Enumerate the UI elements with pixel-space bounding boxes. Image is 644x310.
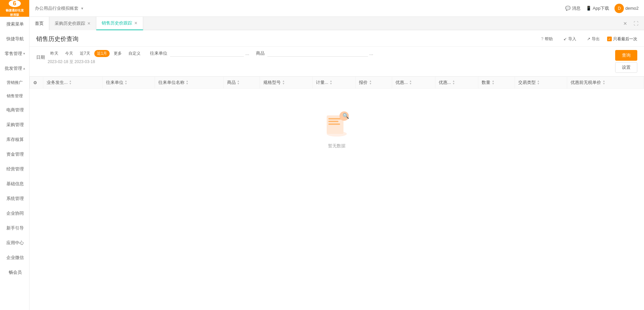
goods-input-wrapper: ... <box>267 50 373 57</box>
sidebar-item-new-guide[interactable]: 新手引导 <box>0 221 29 236</box>
tab-home[interactable]: 首页 <box>30 17 49 30</box>
table-column-spec[interactable]: 规格型号 ▲▼ <box>260 77 313 89</box>
sidebar-item-quick-nav[interactable]: 快捷导航 <box>0 32 29 46</box>
sidebar-sub-item-sales-mgmt[interactable]: 销售管理 <box>0 89 29 103</box>
sort-arrows: ▲▼ <box>237 80 240 85</box>
table-column-goods[interactable]: 商品 ▲▼ <box>223 77 260 89</box>
main-content: 办公用品行业模拟账套 ▾ 💬 消息 📱 App下载 D demo2 首页 <box>30 0 644 310</box>
topbar-dropdown-icon[interactable]: ▾ <box>81 6 83 11</box>
sidebar-item-search-menu[interactable]: 搜索菜单 <box>0 17 29 32</box>
svg-text:🔍: 🔍 <box>342 113 349 119</box>
date-option-more[interactable]: 更多 <box>111 50 124 57</box>
message-label: 消息 <box>572 5 581 11</box>
tab-purchase-history[interactable]: 采购历史价跟踪 ✕ <box>49 17 96 30</box>
tab-sales-history[interactable]: 销售历史价跟踪 ✕ <box>96 17 143 30</box>
sidebar-item-label: 电商管理 <box>6 107 24 113</box>
date-option-yesterday[interactable]: 昨天 <box>48 50 61 57</box>
table-header: ⚙ 业务发生... ▲▼ 往来单位 ▲▼ <box>30 77 644 89</box>
sidebar-item-label: 资金管理 <box>6 151 24 157</box>
sidebar-item-label: 采购管理 <box>6 122 24 128</box>
sidebar-item-label: 应用中心 <box>6 240 24 246</box>
sidebar-item-purchase-mgmt[interactable]: 采购管理 <box>0 117 29 132</box>
close-all-button[interactable]: ✕ <box>621 19 629 28</box>
sidebar-item-ecommerce-mgmt[interactable]: 电商管理 <box>0 103 29 117</box>
tabbar-actions: ✕ ⛶ <box>621 19 644 28</box>
sidebar-item-label: 经营管理 <box>6 166 24 172</box>
date-option-last1month[interactable]: 近1月 <box>94 50 110 57</box>
partner-dots-button[interactable]: ... <box>245 51 249 56</box>
logo-sub: 标准版 <box>10 13 19 17</box>
checkbox-checked-icon: ✓ <box>607 37 612 41</box>
table-header-row: ⚙ 业务发生... ▲▼ 往来单位 ▲▼ <box>30 77 644 89</box>
table-column-business-date[interactable]: 业务发生... ▲▼ <box>43 77 103 89</box>
topbar-right: 💬 消息 📱 App下载 D demo2 <box>565 4 639 13</box>
sidebar-item-membership[interactable]: 畅会员 <box>0 265 29 280</box>
sidebar-item-system-mgmt[interactable]: 系统管理 <box>0 191 29 206</box>
user-name: demo2 <box>625 6 639 11</box>
message-icon: 💬 <box>565 6 571 11</box>
goods-input[interactable] <box>267 50 368 57</box>
sidebar-item-ops-mgmt[interactable]: 经营管理 <box>0 162 29 176</box>
tabbar: 首页 采购历史价跟踪 ✕ 销售历史价跟踪 ✕ ✕ ⛶ <box>30 17 644 30</box>
sidebar-sub-item-marketing[interactable]: 营销推广 <box>0 76 29 89</box>
logo-icon: 6 <box>9 0 21 7</box>
tab-sales-history-label: 销售历史价跟踪 <box>102 20 132 26</box>
import-button[interactable]: ↙ 导入 <box>560 34 580 44</box>
sidebar-item-app-center[interactable]: 应用中心 <box>0 236 29 250</box>
sidebar-item-label: 营销推广 <box>7 80 23 86</box>
sidebar-item-wholesale-mgmt[interactable]: 批发管理 ▲ <box>0 61 29 76</box>
arrow-down-icon: ▼ <box>23 52 26 55</box>
date-option-custom[interactable]: 自定义 <box>126 50 143 57</box>
help-icon: ? <box>541 37 543 41</box>
partner-input[interactable] <box>170 50 244 57</box>
tab-purchase-history-close[interactable]: ✕ <box>87 21 91 26</box>
help-button[interactable]: ? 帮助 <box>538 34 556 44</box>
sidebar-item-label: 零售管理 <box>5 51 22 57</box>
table-column-quote[interactable]: 报价 ▲▼ <box>356 77 392 89</box>
table-column-quantity[interactable]: 数量 ▲▼ <box>478 77 515 89</box>
arrow-up-icon: ▲ <box>23 67 26 70</box>
sidebar-item-retail-mgmt[interactable]: 零售管理 ▼ <box>0 46 29 61</box>
table-column-pretax-price[interactable]: 优惠前无税单价 ▲▼ <box>567 77 644 89</box>
export-icon: ↗ <box>587 37 590 41</box>
sidebar-item-finance[interactable]: 资金管理 <box>0 147 29 162</box>
sort-arrows: ▲▼ <box>330 80 332 85</box>
export-button[interactable]: ↗ 导出 <box>584 34 603 44</box>
user-menu[interactable]: D demo2 <box>614 4 639 13</box>
sidebar-item-inventory[interactable]: 库存核算 <box>0 132 29 147</box>
sort-arrows: ▲▼ <box>537 80 540 85</box>
sidebar-item-enterprise-wechat[interactable]: 企业微信 <box>0 250 29 265</box>
query-button[interactable]: 查询 <box>615 50 637 61</box>
settings-button[interactable]: 设置 <box>615 62 637 73</box>
date-filter-label: 日期 <box>36 54 45 60</box>
sidebar-item-basic-info[interactable]: 基础信息 <box>0 176 29 191</box>
table-column-discount1[interactable]: 优惠... ▲▼ <box>392 77 435 89</box>
data-table: ⚙ 业务发生... ▲▼ 往来单位 ▲▼ <box>30 76 644 89</box>
filter-bar: 日期 昨天 今天 近7天 近1月 更多 自定义 2023-02-18 至 202… <box>30 47 644 76</box>
table-column-trade-type[interactable]: 交易类型 ▲▼ <box>515 77 567 89</box>
only-last-checkbox[interactable]: ✓ 只看最后一次 <box>607 36 637 42</box>
table-container: ⚙ 业务发生... ▲▼ 往来单位 ▲▼ <box>30 76 644 310</box>
sort-arrows: ▲▼ <box>69 80 72 85</box>
app-download-button[interactable]: 📱 App下载 <box>586 5 609 11</box>
maximize-button[interactable]: ⛶ <box>632 19 640 28</box>
date-options: 昨天 今天 近7天 近1月 更多 自定义 <box>48 50 143 57</box>
logo-text: 畅捷通好生意 <box>6 8 24 13</box>
empty-state: 🔍 暂无数据 <box>30 89 644 169</box>
date-option-today[interactable]: 今天 <box>62 50 76 57</box>
table-column-unit[interactable]: 计量... ▲▼ <box>312 77 356 89</box>
sort-arrows: ▲▼ <box>452 80 455 85</box>
date-option-last7[interactable]: 近7天 <box>77 50 93 57</box>
tab-sales-history-close[interactable]: ✕ <box>134 21 138 25</box>
goods-dots-button[interactable]: ... <box>369 51 373 56</box>
message-button[interactable]: 💬 消息 <box>565 5 581 11</box>
table-column-gear[interactable]: ⚙ <box>30 77 43 89</box>
table-column-discount2[interactable]: 优惠... ▲▼ <box>435 77 478 89</box>
table-column-partner-code[interactable]: 往来单位 ▲▼ <box>102 77 155 89</box>
sidebar-item-enterprise-collab[interactable]: 企业协同 <box>0 206 29 221</box>
sidebar-item-label: 基础信息 <box>6 181 24 187</box>
svg-rect-2 <box>328 118 342 119</box>
table-column-partner-name[interactable]: 往来单位名称 ▲▼ <box>155 77 224 89</box>
wholesale-submenu: 营销推广 销售管理 <box>0 76 29 103</box>
topbar-title: 办公用品行业模拟账套 <box>35 5 78 11</box>
